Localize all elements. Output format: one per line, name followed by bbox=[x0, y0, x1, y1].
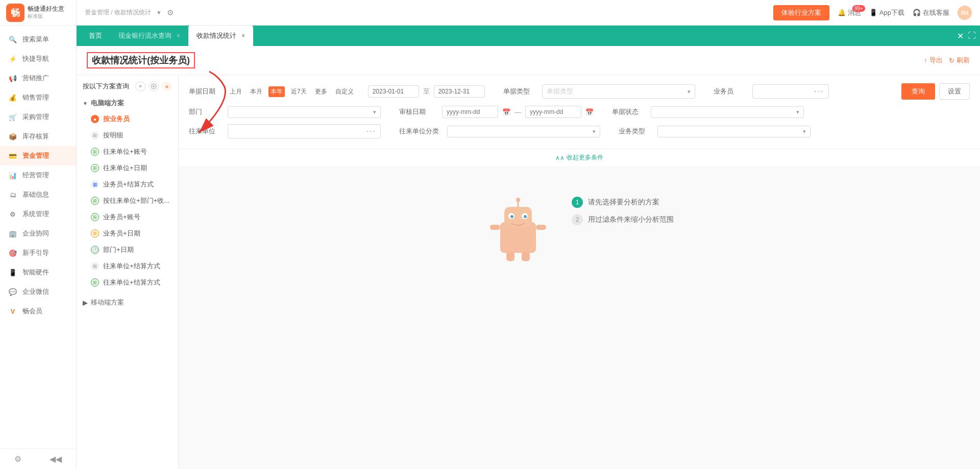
settings-scheme-btn[interactable] bbox=[149, 81, 159, 91]
demo-button[interactable]: 体验行业方案 bbox=[773, 5, 829, 20]
collapse-left-panel-btn[interactable]: « bbox=[162, 81, 172, 91]
header-left: 资金管理 / 收款情况统计 ▾ ⚙ bbox=[85, 8, 174, 17]
date-tab-last-month[interactable]: 上月 bbox=[228, 86, 244, 97]
sidebar-item-label: 采购管理 bbox=[22, 112, 49, 122]
breadcrumb: 资金管理 / 收款情况统计 bbox=[85, 8, 151, 17]
tab-bank-flow[interactable]: 现金银行流水查询 × bbox=[110, 26, 188, 46]
service-icon: 🎧 bbox=[913, 9, 921, 16]
counterparty-category-arrow-icon: ▾ bbox=[593, 128, 596, 135]
mobile-scheme-group[interactable]: ▶ 移动端方案 bbox=[77, 295, 178, 310]
date-tab-more[interactable]: 更多 bbox=[313, 86, 329, 97]
sidebar-item-smart-hw[interactable]: 📱 智能硬件 bbox=[0, 263, 76, 282]
user-avatar[interactable]: Rit bbox=[958, 6, 972, 20]
empty-illustration bbox=[485, 197, 551, 263]
svg-rect-9 bbox=[506, 252, 514, 261]
review-date-from-input[interactable] bbox=[442, 106, 498, 118]
sidebar-item-quick-nav[interactable]: ⚡ 快捷导航 bbox=[0, 49, 76, 68]
header-actions: 体验行业方案 🔔 消息 99+ 📱 App下载 🎧 在线客服 bbox=[773, 5, 972, 20]
counterparty-category-select[interactable]: ▾ bbox=[447, 126, 600, 137]
collapse-bar[interactable]: ∧∧ 收起更多条件 bbox=[179, 149, 980, 166]
scheme-item-salesperson-date[interactable]: ⚙ 业务员+日期 bbox=[77, 225, 178, 242]
tab-collection-stats[interactable]: 收款情况统计 × bbox=[188, 26, 253, 46]
filter-area: 单据日期 上月 本月 本年 近7天 更多 自定义 至 bbox=[179, 75, 980, 149]
sidebar-item-basic-info[interactable]: 🗂 基础信息 bbox=[0, 185, 76, 204]
export-icon: ↑ bbox=[924, 57, 928, 64]
sidebar-item-label: 库存核算 bbox=[22, 132, 49, 141]
refresh-button[interactable]: ↻ 刷新 bbox=[949, 56, 970, 65]
desktop-group-title[interactable]: ▼ 电脑端方案 bbox=[77, 96, 178, 111]
sidebar-item-sales[interactable]: 💰 销售管理 bbox=[0, 88, 76, 107]
sidebar-item-label: 系统管理 bbox=[22, 209, 49, 219]
scheme-label-salesperson-account: 业务员+账号 bbox=[103, 213, 140, 222]
scheme-item-by-detail[interactable]: ⊞ 按明细 bbox=[77, 127, 178, 144]
sidebar-item-system[interactable]: ⚙ 系统管理 bbox=[0, 204, 76, 224]
scheme-item-partner-settlement2[interactable]: ⊞ 往来单位+结算方式 bbox=[77, 274, 178, 291]
scheme-item-salesperson-account[interactable]: ⊞ 业务员+账号 bbox=[77, 209, 178, 225]
counterparty-select[interactable]: ··· bbox=[228, 124, 381, 138]
page-title: 收款情况统计(按业务员) bbox=[87, 52, 195, 68]
customer-service-area[interactable]: 🎧 在线客服 bbox=[913, 8, 949, 17]
collapse-sidebar-icon[interactable]: ◀◀ bbox=[50, 454, 62, 464]
dept-select[interactable]: ▾ bbox=[228, 106, 381, 118]
settings-bottom-icon[interactable]: ⚙ bbox=[14, 454, 21, 464]
add-scheme-btn[interactable]: + bbox=[135, 81, 145, 91]
scheme-item-partner-settlement[interactable]: ⊞ 往来单位+结算方式 bbox=[77, 258, 178, 274]
sidebar-item-enterprise[interactable]: 🏢 企业协同 bbox=[0, 224, 76, 243]
tab-home[interactable]: 首页 bbox=[81, 26, 110, 46]
sidebar-item-operations[interactable]: 📊 经营管理 bbox=[0, 166, 76, 185]
tab-bank-flow-close[interactable]: × bbox=[177, 32, 180, 39]
robot-svg bbox=[485, 197, 551, 263]
review-date-icon-right: 📅 bbox=[585, 108, 594, 116]
scheme-label-partner-date: 往来单位+日期 bbox=[103, 163, 147, 173]
date-from-input[interactable] bbox=[368, 85, 419, 98]
svg-rect-8 bbox=[536, 225, 546, 230]
sidebar-item-label: 企业微信 bbox=[22, 287, 49, 296]
scheme-title: 按以下方案查询 bbox=[83, 82, 129, 91]
svg-point-12 bbox=[516, 198, 520, 202]
sidebar-item-label: 搜索菜单 bbox=[22, 35, 49, 44]
sidebar-item-member[interactable]: V 畅会员 bbox=[0, 301, 76, 321]
doc-type-select[interactable]: 单据类型 ▾ bbox=[542, 84, 695, 99]
tab-bar-right: ✕ ⛶ bbox=[957, 31, 976, 41]
query-button[interactable]: 查询 bbox=[901, 83, 935, 100]
setting-button[interactable]: 设置 bbox=[939, 83, 970, 100]
sidebar-nav: 🔍 搜索菜单 ⚡ 快捷导航 📢 营销推广 💰 销售管理 🛒 采购管理 📦 bbox=[0, 26, 76, 449]
guide-icon: 🎯 bbox=[8, 248, 17, 257]
scheme-item-by-salesperson[interactable]: ● 按业务员 bbox=[77, 111, 178, 127]
tab-close-window-btn[interactable]: ✕ bbox=[957, 31, 964, 41]
scheme-item-partner-account[interactable]: ⊞ 往来单位+账号 bbox=[77, 144, 178, 160]
date-tab-custom[interactable]: 自定义 bbox=[333, 86, 356, 97]
app-download-area[interactable]: 📱 App下载 bbox=[869, 8, 904, 17]
tab-maximize-btn[interactable]: ⛶ bbox=[968, 31, 976, 40]
settings-header-icon[interactable]: ⚙ bbox=[167, 8, 174, 17]
sidebar-item-finance[interactable]: 💳 资金管理 bbox=[0, 146, 76, 166]
sidebar-item-guide[interactable]: 🎯 新手引导 bbox=[0, 243, 76, 263]
scheme-icon-partner-date: ⊞ bbox=[91, 164, 99, 172]
salesperson-more-icon[interactable]: ··· bbox=[814, 87, 824, 96]
sidebar-item-search-menu[interactable]: 🔍 搜索菜单 bbox=[0, 30, 76, 49]
date-tab-this-month[interactable]: 本月 bbox=[248, 86, 264, 97]
scheme-item-dept-date[interactable]: 🕐 部门+日期 bbox=[77, 242, 178, 258]
scheme-item-partner-date[interactable]: ⊞ 往来单位+日期 bbox=[77, 160, 178, 176]
counterparty-more-icon[interactable]: ··· bbox=[366, 127, 376, 136]
export-button[interactable]: ↑ 导出 bbox=[924, 56, 943, 65]
scheme-label-partner-settlement2: 往来单位+结算方式 bbox=[103, 278, 160, 287]
inventory-icon: 📦 bbox=[8, 132, 17, 141]
main-content: 资金管理 / 收款情况统计 ▾ ⚙ 体验行业方案 🔔 消息 99+ 📱 App下… bbox=[77, 0, 980, 469]
dropdown-icon[interactable]: ▾ bbox=[157, 9, 161, 16]
notification-area[interactable]: 🔔 消息 99+ bbox=[838, 8, 861, 17]
date-to-input[interactable] bbox=[434, 85, 485, 98]
scheme-item-partner-dept[interactable]: ⊞ 按往来单位+部门+收... bbox=[77, 193, 178, 209]
doc-status-select[interactable]: ▾ bbox=[651, 106, 804, 118]
sidebar-item-inventory[interactable]: 📦 库存核算 bbox=[0, 127, 76, 146]
sidebar-item-purchase[interactable]: 🛒 采购管理 bbox=[0, 107, 76, 127]
date-tab-this-year[interactable]: 本年 bbox=[268, 86, 285, 97]
biz-type-select[interactable]: ▾ bbox=[657, 126, 811, 137]
sidebar-item-marketing[interactable]: 📢 营销推广 bbox=[0, 68, 76, 88]
salesperson-select[interactable]: ··· bbox=[752, 84, 829, 99]
tab-collection-stats-close[interactable]: × bbox=[241, 32, 245, 39]
sidebar-item-wechat[interactable]: 💬 企业微信 bbox=[0, 282, 76, 301]
scheme-item-salesperson-method[interactable]: ▦ 业务员+结算方式 bbox=[77, 176, 178, 193]
date-tab-7days[interactable]: 近7天 bbox=[289, 86, 309, 97]
review-date-to-input[interactable] bbox=[525, 106, 581, 118]
